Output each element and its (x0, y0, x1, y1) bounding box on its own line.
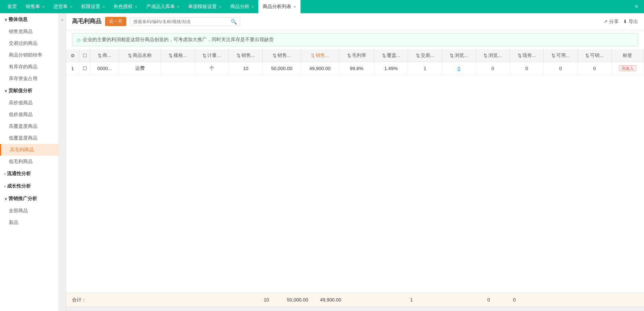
arrow-right-icon: › (4, 172, 6, 176)
footer-available: 0 (501, 297, 527, 303)
table-footer: 合计： 10 50,000.00 49,900.00 1 0 (66, 293, 644, 307)
nav-item-首页[interactable]: 首页 (3, 0, 21, 13)
sidebar-item-低价值商品[interactable]: 低价值商品 (0, 109, 58, 120)
row-code: 0000... (90, 62, 119, 75)
nav-close-icon[interactable]: × (135, 4, 137, 9)
sidebar-group-成长性分析[interactable]: › 成长性分析 (0, 180, 58, 192)
col-checkbox[interactable]: ☐ (79, 49, 90, 62)
horizontal-scrollbar[interactable] (66, 307, 644, 311)
tip-banner: ◇ 企业的主要的利润都是这部分商品创造的，可考虑加大推广，同时关注库存是不要出现… (72, 33, 638, 46)
sidebar-group-label: 整体信息 (8, 16, 28, 23)
col-settings[interactable]: ⚙ (66, 49, 79, 62)
table-header-row: ⚙ ☐ ⇅商... ⇅商品名称 (66, 49, 644, 62)
sidebar-item-低毛利商品[interactable]: 低毛利商品 (0, 156, 58, 167)
sidebar-item-有库存的商品[interactable]: 有库存的商品 (0, 61, 58, 73)
col-code[interactable]: ⇅商... (90, 49, 119, 62)
nav-item-角色授权[interactable]: 角色授权× (109, 0, 141, 13)
col-browse2[interactable]: ⇅浏览... (476, 49, 510, 62)
col-name[interactable]: ⇅商品名称 (119, 49, 161, 62)
row-sales-cost: 49,900.00 (301, 62, 339, 75)
col-spec-label: 规格... (173, 52, 187, 59)
nav-item-销售单[interactable]: 销售单× (21, 0, 49, 13)
nav-item-权限设置[interactable]: 权限设置× (77, 0, 109, 13)
col-sales-cost[interactable]: ⇅销售... (301, 49, 339, 62)
nav-item-单据模板设置[interactable]: 单据模板设置× (184, 0, 226, 13)
footer-spacer4 (149, 297, 193, 303)
col-sort-icon: ⇅ (551, 53, 555, 58)
nav-close-icon[interactable]: × (294, 4, 296, 9)
nav-close-icon[interactable]: × (42, 4, 44, 9)
sidebar-item-交易过的商品[interactable]: 交易过的商品 (0, 37, 58, 49)
nav-item-商品分析列表[interactable]: 商品分析列表× (258, 0, 300, 13)
nav-item-商品分析[interactable]: 商品分析× (226, 0, 258, 13)
sidebar-item-销售览商品[interactable]: 销售览商品 (0, 26, 58, 37)
nav-item-进货单[interactable]: 进货单× (49, 0, 76, 13)
col-available[interactable]: ⇅可用... (544, 49, 578, 62)
nav-item-产成品入库单[interactable]: 产成品入库单× (142, 0, 184, 13)
col-sales-amount-label: 销售... (277, 52, 291, 59)
share-label: 分享 (609, 18, 619, 25)
export-label: 导出 (629, 18, 638, 25)
arrow-down-icon: ∨ (4, 18, 7, 22)
close-window-button[interactable]: × (632, 3, 641, 10)
sidebar-item-库存资金占用[interactable]: 库存资金占用 (0, 73, 58, 84)
row-spec (161, 62, 195, 75)
sidebar-group-贡献值分析[interactable]: ∨ 贡献值分析 (0, 84, 58, 97)
share-icon: ↗ (604, 19, 608, 24)
collapse-icon: « (61, 17, 64, 22)
row-checkbox[interactable]: ☐ (79, 62, 90, 75)
col-browse2-label: 浏览... (488, 52, 502, 59)
search-input[interactable] (133, 19, 231, 24)
col-saleable-label: 可销... (590, 52, 604, 59)
filter-recent-month-button[interactable]: 近一月 (105, 17, 126, 26)
sidebar-item-商品分销助转率[interactable]: 商品分销助转率 (0, 49, 58, 61)
col-sales-qty[interactable]: ⇅销售... (229, 49, 263, 62)
footer-spacer2 (108, 297, 119, 303)
nav-close-icon[interactable]: × (219, 4, 221, 9)
nav-close-icon[interactable]: × (252, 4, 254, 9)
arrow-down-icon: ∨ (4, 89, 7, 93)
col-current-stock-label: 现有... (522, 52, 536, 59)
row-gross-margin: 99.8% (339, 62, 374, 75)
col-coverage[interactable]: ⇅覆盖... (374, 49, 408, 62)
share-button[interactable]: ↗ 分享 (604, 18, 619, 25)
row-browse1[interactable]: 0 (442, 62, 476, 75)
col-transaction-label: 交易... (421, 52, 434, 59)
sidebar-item-高毛利商品[interactable]: 高毛利商品 (0, 144, 58, 156)
col-browse1[interactable]: ⇅浏览... (442, 49, 476, 62)
footer-spacer3 (119, 297, 149, 303)
col-sort-icon: ⇅ (169, 53, 173, 58)
col-name-label: 商品名称 (133, 52, 152, 59)
sidebar-item-新品[interactable]: 新品 (0, 217, 58, 228)
sidebar-collapse-button[interactable]: « (59, 13, 66, 311)
row-name[interactable]: 运费 (119, 62, 161, 75)
col-current-stock[interactable]: ⇅现有... (510, 49, 543, 62)
col-sort-icon: ⇅ (382, 53, 386, 58)
sidebar-item-高覆盖度商品[interactable]: 高覆盖度商品 (0, 120, 58, 132)
sidebar-group-营销推广分析[interactable]: ∨ 营销推广分析 (0, 192, 58, 205)
col-gross-margin[interactable]: ⇅毛利率 (339, 49, 374, 62)
select-all-checkbox[interactable]: ☐ (83, 53, 87, 58)
col-saleable[interactable]: ⇅可销... (578, 49, 611, 62)
row-sales-qty: 10 (229, 62, 263, 75)
footer-spacer1 (94, 297, 108, 303)
sidebar-group-流通性分析[interactable]: › 流通性分析 (0, 167, 58, 180)
top-nav: 首页销售单×进货单×权限设置×角色授权×产成品入库单×单据模板设置×商品分析×商… (0, 0, 644, 13)
col-sales-amount[interactable]: ⇅销售... (263, 49, 301, 62)
tip-icon: ◇ (77, 37, 80, 43)
nav-close-icon[interactable]: × (70, 4, 72, 9)
col-tag[interactable]: 标签 (611, 49, 644, 62)
sidebar-item-全部商品[interactable]: 全部商品 (0, 205, 58, 217)
sidebar-group-整体信息[interactable]: ∨ 整体信息 (0, 13, 58, 26)
nav-close-icon[interactable]: × (177, 4, 179, 9)
col-transaction[interactable]: ⇅交易... (408, 49, 442, 62)
nav-close-icon[interactable]: × (102, 4, 105, 9)
sidebar-item-高价值商品[interactable]: 高价值商品 (0, 97, 58, 109)
settings-icon: ⚙ (71, 53, 75, 58)
col-unit-label: 计量... (207, 52, 221, 59)
col-spec[interactable]: ⇅规格... (161, 49, 195, 62)
row-current-stock: 0 (510, 62, 543, 75)
export-button[interactable]: ⬇ 导出 (623, 18, 638, 25)
sidebar-item-低覆盖度商品[interactable]: 低覆盖度商品 (0, 132, 58, 144)
col-unit[interactable]: ⇅计量... (195, 49, 229, 62)
